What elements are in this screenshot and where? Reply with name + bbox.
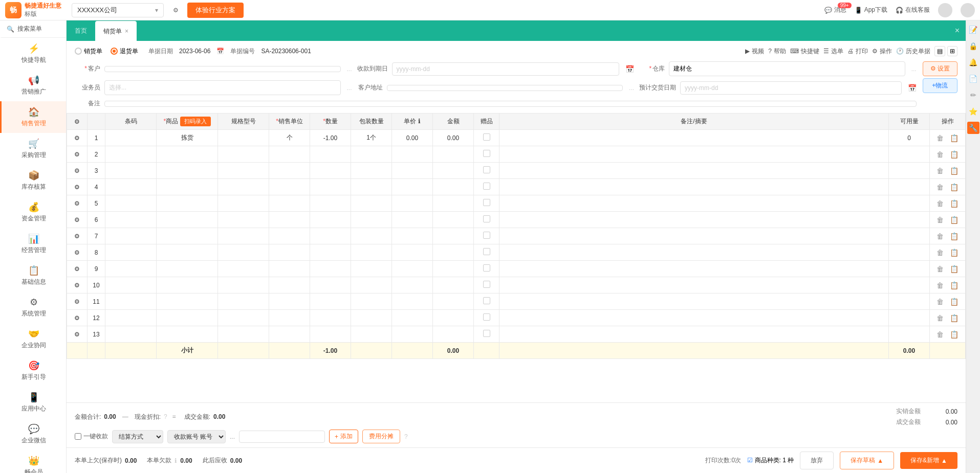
history-btn[interactable]: 🕐 历史单据 (896, 47, 930, 56)
sidebar-item-quick-nav[interactable]: ⚡ 快捷导航 (0, 38, 66, 70)
video-btn[interactable]: ▶ 视频 (745, 47, 764, 56)
rt-lock-icon[interactable]: 🔒 (967, 40, 979, 52)
td-unit-5[interactable] (269, 195, 310, 212)
td-remark-13[interactable] (499, 326, 889, 343)
discard-button[interactable]: 放弃 (800, 452, 834, 469)
td-barcode-7[interactable] (105, 228, 157, 244)
td-pkg-2[interactable] (351, 146, 392, 163)
sidebar-item-enterprise[interactable]: 🤝 企业协同 (0, 323, 66, 355)
copy-row-12-btn[interactable]: 📋 (948, 313, 961, 323)
warehouse-dots[interactable]: ... (911, 65, 917, 73)
td-gift-3[interactable] (474, 163, 499, 179)
td-unit-12[interactable] (269, 310, 310, 326)
copy-row-6-btn[interactable]: 📋 (948, 215, 961, 225)
td-barcode-3[interactable] (105, 163, 157, 179)
td-settings-8[interactable]: ⚙ (67, 244, 88, 261)
td-barcode-1[interactable] (105, 130, 157, 146)
td-remark-5[interactable] (499, 195, 889, 212)
td-settings-9[interactable]: ⚙ (67, 261, 88, 277)
td-spec-4[interactable] (218, 179, 269, 195)
td-pkg-6[interactable] (351, 212, 392, 228)
sidebar-item-system[interactable]: ⚙ 系统管理 (0, 291, 66, 323)
gift-checkbox-10[interactable] (483, 281, 490, 288)
note-input[interactable] (104, 101, 917, 107)
td-price-13[interactable] (392, 326, 433, 343)
shortcut-btn[interactable]: ⌨ 快捷键 (790, 47, 819, 56)
gift-checkbox-3[interactable] (483, 166, 490, 173)
delete-row-12-btn[interactable]: 🗑 (934, 313, 946, 323)
td-qty-10[interactable] (310, 277, 351, 294)
print-btn[interactable]: 🖨 打印 (847, 47, 868, 56)
rt-bell-icon[interactable]: 🔔 (967, 56, 979, 69)
gift-checkbox-6[interactable] (483, 215, 490, 222)
delete-row-10-btn[interactable]: 🗑 (934, 280, 946, 290)
td-goods-8[interactable] (157, 244, 218, 261)
td-remark-10[interactable] (499, 277, 889, 294)
td-unit-11[interactable] (269, 294, 310, 310)
td-amount-2[interactable] (433, 146, 474, 163)
td-remark-12[interactable] (499, 310, 889, 326)
copy-row-7-btn[interactable]: 📋 (948, 231, 961, 241)
copy-row-1-btn[interactable]: 📋 (948, 133, 961, 143)
calendar-icon[interactable]: 📅 (216, 48, 224, 55)
td-gift-2[interactable] (474, 146, 499, 163)
expense-question-icon[interactable]: ? (404, 433, 408, 440)
rt-doc-icon[interactable]: 📄 (967, 73, 979, 85)
td-spec-11[interactable] (218, 294, 269, 310)
td-price-6[interactable] (392, 212, 433, 228)
td-amount-10[interactable] (433, 277, 474, 294)
td-gift-10[interactable] (474, 277, 499, 294)
sidebar-item-operations[interactable]: 📊 经营管理 (0, 228, 66, 260)
sidebar-item-sales[interactable]: 🏠 销售管理 (0, 101, 66, 133)
sidebar-item-inventory[interactable]: 📦 库存核算 (0, 165, 66, 196)
discount-info-icon[interactable]: ? (164, 413, 167, 420)
td-price-2[interactable] (392, 146, 433, 163)
copy-row-3-btn[interactable]: 📋 (948, 166, 961, 176)
goods-type-checkbox[interactable]: ☑ (747, 457, 753, 464)
scan-button[interactable]: 扫码录入 (180, 117, 211, 126)
td-amount-6[interactable] (433, 212, 474, 228)
td-settings-11[interactable]: ⚙ (67, 294, 88, 310)
sidebar-item-purchase[interactable]: 🛒 采购管理 (0, 133, 66, 165)
td-goods-11[interactable] (157, 294, 218, 310)
td-spec-10[interactable] (218, 277, 269, 294)
td-qty-6[interactable] (310, 212, 351, 228)
td-goods-12[interactable] (157, 310, 218, 326)
td-goods-3[interactable] (157, 163, 218, 179)
td-unit-7[interactable] (269, 228, 310, 244)
td-gift-9[interactable] (474, 261, 499, 277)
gift-checkbox-13[interactable] (483, 330, 490, 337)
delete-row-6-btn[interactable]: 🗑 (934, 215, 946, 225)
td-settings-12[interactable]: ⚙ (67, 310, 88, 326)
td-amount-12[interactable] (433, 310, 474, 326)
delete-row-3-btn[interactable]: 🗑 (934, 166, 946, 176)
td-pkg-9[interactable] (351, 261, 392, 277)
td-qty-4[interactable] (310, 179, 351, 195)
copy-row-8-btn[interactable]: 📋 (948, 247, 961, 258)
td-pkg-11[interactable] (351, 294, 392, 310)
gift-checkbox-1[interactable] (483, 133, 490, 141)
td-remark-9[interactable] (499, 261, 889, 277)
td-qty-13[interactable] (310, 326, 351, 343)
logistics-button[interactable]: +物流 (923, 78, 957, 93)
td-qty-7[interactable] (310, 228, 351, 244)
td-qty-5[interactable] (310, 195, 351, 212)
td-pkg-1[interactable]: 1个 (351, 130, 392, 146)
save-draft-button[interactable]: 保存草稿 ▲ (840, 452, 894, 469)
td-amount-1[interactable]: 0.00 (433, 130, 474, 146)
td-amount-5[interactable] (433, 195, 474, 212)
th-settings[interactable]: ⚙ (67, 114, 88, 130)
expected-date-input[interactable]: yyyy-mm-dd (680, 81, 902, 95)
sidebar-item-finance[interactable]: 💰 资金管理 (0, 196, 66, 228)
gift-checkbox-4[interactable] (483, 183, 490, 190)
td-settings-1[interactable]: ⚙ (67, 130, 88, 146)
customer-addr-input[interactable] (387, 85, 623, 91)
sidebar-search[interactable]: 🔍 搜索菜单 (0, 20, 66, 38)
td-spec-9[interactable] (218, 261, 269, 277)
rt-star-icon[interactable]: ⭐ (967, 105, 979, 118)
td-remark-2[interactable] (499, 146, 889, 163)
expected-date-calendar-icon[interactable]: 📅 (908, 84, 917, 92)
td-price-5[interactable] (392, 195, 433, 212)
copy-row-10-btn[interactable]: 📋 (948, 280, 961, 290)
choose-btn[interactable]: ☰ 选单 (823, 47, 843, 56)
